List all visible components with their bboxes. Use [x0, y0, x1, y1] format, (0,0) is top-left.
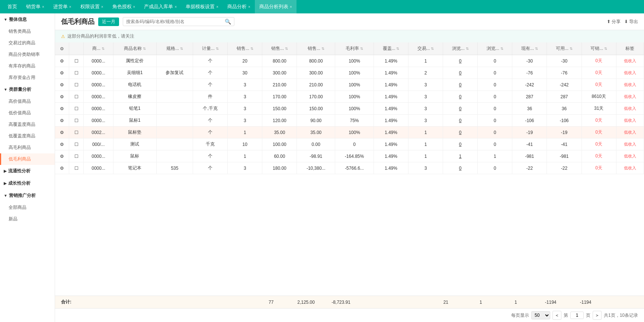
row-browse1[interactable]: 0: [443, 127, 478, 138]
row-browse1[interactable]: 1: [443, 150, 478, 162]
row-checkbox[interactable]: ☐: [69, 115, 84, 127]
sidebar-section-类群量分析[interactable]: ▼类群量分析: [0, 83, 55, 96]
sidebar-item-低毛利商品[interactable]: 低毛利商品: [0, 153, 55, 165]
nav-close-icon[interactable]: ×: [216, 5, 218, 9]
search-icon[interactable]: 🔍: [225, 19, 231, 25]
time-filter-button[interactable]: 近一月: [98, 17, 119, 26]
col-header-browse2[interactable]: 浏览...: [478, 42, 512, 55]
search-input[interactable]: [126, 19, 225, 24]
prev-page-button[interactable]: ＜: [552, 311, 561, 320]
nav-item-销货单[interactable]: 销货单×: [22, 0, 49, 13]
sidebar-item-商品分类助销率[interactable]: 商品分类助销率: [0, 49, 55, 60]
col-header-sales_price[interactable]: 销售...: [262, 42, 297, 55]
sidebar-item-全部商品[interactable]: 全部商品: [0, 202, 55, 213]
nav-item-首页[interactable]: 首页: [3, 0, 22, 13]
sidebar-section-营销推广分析[interactable]: ▼营销推广分析: [0, 189, 55, 202]
row-browse1[interactable]: 0: [443, 91, 478, 103]
row-browse1[interactable]: 0: [443, 115, 478, 127]
row-checkbox[interactable]: ☐: [69, 162, 84, 174]
col-header-sellable[interactable]: 可销...: [581, 42, 616, 55]
sidebar-item-交易过的商品[interactable]: 交易过的商品: [0, 37, 55, 49]
col-header-name[interactable]: 商品名称: [113, 42, 157, 55]
settings-icon[interactable]: ⚙: [55, 79, 69, 91]
sidebar-item-库存资金占用[interactable]: 库存资金占用: [0, 72, 55, 83]
export-button[interactable]: ⬇ 导出: [624, 19, 638, 25]
row-browse1[interactable]: 0: [443, 67, 478, 79]
sidebar-item-高覆盖度商品[interactable]: 高覆盖度商品: [0, 119, 55, 130]
settings-icon[interactable]: ⚙: [55, 138, 69, 150]
settings-icon[interactable]: ⚙: [55, 162, 69, 174]
col-header-browse1[interactable]: 浏览...: [443, 42, 478, 55]
row-checkbox[interactable]: ☐: [69, 79, 84, 91]
nav-close-icon[interactable]: ×: [248, 5, 250, 9]
row-browse1[interactable]: 0: [443, 55, 478, 67]
settings-icon[interactable]: ⚙: [55, 103, 69, 115]
col-header-unit[interactable]: 计量...: [193, 42, 228, 55]
table-row[interactable]: ⚙☐0000...橡皮擦件3170.00170.00100%1.49%30028…: [55, 91, 644, 103]
row-checkbox[interactable]: ☐: [69, 103, 84, 115]
settings-icon[interactable]: ⚙: [55, 91, 69, 103]
row-checkbox[interactable]: ☐: [69, 55, 84, 67]
row-checkbox[interactable]: ☐: [69, 127, 84, 138]
col-header-transaction[interactable]: 交易...: [408, 42, 443, 55]
col-header-sales_qty[interactable]: 销售...: [228, 42, 262, 55]
row-browse1[interactable]: 0: [443, 103, 478, 115]
page-size-select[interactable]: 50 20 100: [531, 311, 550, 319]
table-row[interactable]: ⚙☐0002...鼠标垫个135.0035.00100%1.49%100-19-…: [55, 127, 644, 138]
sidebar-item-新品[interactable]: 新品: [0, 213, 55, 225]
col-header-code[interactable]: 商...: [84, 42, 113, 55]
row-browse1[interactable]: 0: [443, 79, 478, 91]
settings-icon[interactable]: ⚙: [55, 150, 69, 162]
col-header-gross_margin[interactable]: 毛利率: [335, 42, 374, 55]
nav-item-角色授权[interactable]: 角色授权×: [108, 0, 140, 13]
nav-item-商品分析[interactable]: 商品分析×: [223, 0, 255, 13]
row-name: 测试: [113, 138, 157, 150]
sidebar-section-流通性分析[interactable]: ▶流通性分析: [0, 165, 55, 177]
nav-close-icon[interactable]: ×: [101, 5, 103, 9]
sidebar-section-成长性分析[interactable]: ▶成长性分析: [0, 177, 55, 189]
nav-close-icon[interactable]: ×: [42, 5, 44, 9]
row-browse1[interactable]: 0: [443, 162, 478, 174]
col-header-available[interactable]: 可用...: [547, 42, 581, 55]
nav-item-产成品入库单[interactable]: 产成品入库单×: [140, 0, 181, 13]
nav-close-icon[interactable]: ×: [290, 5, 292, 9]
table-row[interactable]: ⚙☐0000...鼠标1个3120.0090.0075%1.49%300-106…: [55, 115, 644, 127]
settings-icon[interactable]: ⚙: [55, 127, 69, 138]
settings-icon[interactable]: ⚙: [55, 67, 69, 79]
nav-close-icon[interactable]: ×: [133, 5, 135, 9]
nav-close-icon[interactable]: ×: [174, 5, 177, 9]
table-row[interactable]: ⚙☐000/...测试千克10100.000.0001.49%100-41-41…: [55, 138, 644, 150]
nav-item-单据模板设置[interactable]: 单据模板设置×: [181, 0, 223, 13]
table-row[interactable]: ⚙☐0000...电话机个3210.00210.00100%1.49%300-2…: [55, 79, 644, 91]
sidebar-item-有库存的商品[interactable]: 有库存的商品: [0, 60, 55, 72]
settings-icon[interactable]: ⚙: [55, 55, 69, 67]
table-row[interactable]: ⚙☐0000...铅笔1个,千克3150.00150.00100%1.49%30…: [55, 103, 644, 115]
table-row[interactable]: ⚙☐0000...吴细细1参加复试个30300.00300.00100%1.49…: [55, 67, 644, 79]
sidebar-item-低价值商品[interactable]: 低价值商品: [0, 107, 55, 119]
sidebar-section-整体信息[interactable]: ▼整体信息: [0, 13, 55, 26]
settings-icon[interactable]: ⚙: [55, 115, 69, 127]
share-button[interactable]: ⬆ 分享: [607, 19, 621, 25]
table-row[interactable]: ⚙☐0000...笔记本535个3180.00-10,380...-5766.6…: [55, 162, 644, 174]
sidebar-item-高毛利商品[interactable]: 高毛利商品: [0, 142, 55, 153]
page-number-input[interactable]: [570, 312, 584, 319]
sidebar-item-高价值商品[interactable]: 高价值商品: [0, 96, 55, 107]
col-header-coverage[interactable]: 覆盖...: [374, 42, 408, 55]
row-checkbox[interactable]: ☐: [69, 150, 84, 162]
col-header-sales_profit[interactable]: 销售...: [297, 42, 335, 55]
table-row[interactable]: ⚙☐0000...鼠标个160.00-98.91-164.85%1.49%111…: [55, 150, 644, 162]
nav-item-商品分析列表[interactable]: 商品分析列表×: [255, 0, 297, 13]
col-header-spec[interactable]: 规格...: [156, 42, 193, 55]
row-checkbox[interactable]: ☐: [69, 67, 84, 79]
nav-item-进货单[interactable]: 进货单×: [49, 0, 76, 13]
table-row[interactable]: ⚙☐0000...属性定价个20800.00800.00100%1.49%100…: [55, 55, 644, 67]
col-header-current_stock[interactable]: 现有...: [512, 42, 547, 55]
row-checkbox[interactable]: ☐: [69, 91, 84, 103]
row-checkbox[interactable]: ☐: [69, 138, 84, 150]
next-page-button[interactable]: ＞: [593, 311, 602, 320]
row-browse1[interactable]: 0: [443, 138, 478, 150]
nav-item-权限设置[interactable]: 权限设置×: [76, 0, 108, 13]
nav-close-icon[interactable]: ×: [69, 5, 71, 9]
sidebar-item-销售类商品[interactable]: 销售类商品: [0, 26, 55, 37]
sidebar-item-低覆盖度商品[interactable]: 低覆盖度商品: [0, 130, 55, 142]
